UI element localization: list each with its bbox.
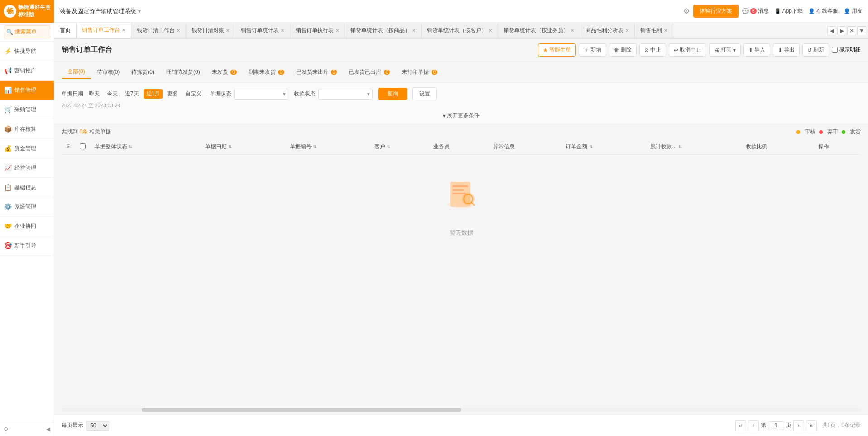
tab-home[interactable]: 首页 — [54, 23, 77, 38]
collapse-icon[interactable]: ◀ — [46, 426, 50, 432]
tab-close-all-button[interactable]: ✕ — [847, 26, 856, 35]
table-area: 共找到 0条 相关单据 审核 弃审 发货 ⠿ — [54, 124, 868, 414]
tab-prev-button[interactable]: ◀ — [827, 26, 836, 35]
filter-tab-not-printed[interactable]: 未打印单据 0 — [396, 66, 443, 79]
tab-sales-stat[interactable]: 销售订单统计表 ✕ — [235, 23, 290, 38]
date-1month-btn[interactable]: 近1月 — [144, 89, 163, 99]
date-more-btn[interactable]: 更多 — [164, 89, 181, 99]
tab-close-sales-stat3[interactable]: ✕ — [489, 28, 492, 33]
page-first-button[interactable]: « — [735, 420, 746, 431]
shipped-out-badge: 0 — [384, 70, 390, 75]
tab-close-sales-exec[interactable]: ✕ — [336, 28, 339, 33]
scrollbar-track[interactable] — [62, 408, 861, 412]
solution-button[interactable]: 体验行业方案 — [693, 5, 739, 18]
sort-amount-icon[interactable]: ⇅ — [589, 144, 593, 149]
delete-button[interactable]: 🗑 删除 — [609, 43, 637, 57]
tab-close-cash-reconcile[interactable]: ✕ — [226, 28, 230, 33]
scrollbar-thumb[interactable] — [142, 408, 461, 412]
show-detail-checkbox-label[interactable]: 显示明细 — [832, 46, 861, 54]
settings-gear-icon[interactable]: ⚙ — [683, 7, 690, 15]
tab-expand-button[interactable]: ▼ — [857, 26, 866, 35]
refresh-button[interactable]: ↺ 刷新 — [802, 43, 829, 57]
sidebar-item-guide[interactable]: 🎯 新手引导 — [0, 236, 54, 256]
sort-customer-icon[interactable]: ⇅ — [387, 144, 390, 149]
tab-gross-profit[interactable]: 商品毛利分析表 ✕ — [580, 23, 635, 38]
import-button[interactable]: ⬆ 导入 — [743, 43, 770, 57]
filter-tab-pending-review[interactable]: 待审核(0) — [91, 66, 126, 79]
tab-close-cash-daily[interactable]: ✕ — [177, 28, 180, 33]
filter-tab-shipped-not-out[interactable]: 已发货未出库 0 — [290, 66, 343, 79]
tab-next-button[interactable]: ▶ — [837, 26, 846, 35]
user-button[interactable]: 👤 用友 — [844, 7, 863, 15]
tab-sales-stat3[interactable]: 销货单统计表（按客户） ✕ — [422, 23, 498, 38]
filter-tab-pending-inspect[interactable]: 待拣货(0) — [125, 66, 160, 79]
set-button[interactable]: 设置 — [412, 87, 437, 100]
page-size-select[interactable]: 50 100 200 — [86, 421, 109, 431]
tab-sales-stat2[interactable]: 销货单统计表（按商品） ✕ — [345, 23, 422, 38]
page-prev-button[interactable]: ‹ — [748, 420, 759, 431]
date-yesterday-btn[interactable]: 昨天 — [86, 89, 102, 99]
stop-button[interactable]: ⊘ 中止 — [639, 43, 666, 57]
sidebar-item-sales[interactable]: 📊 销售管理 — [0, 81, 54, 100]
total-label: 共0页，0条记录 — [822, 422, 861, 429]
online-service-button[interactable]: 👤 在线客服 — [808, 7, 838, 15]
tab-close-sales-stat2[interactable]: ✕ — [412, 28, 416, 33]
sidebar-item-corp[interactable]: 🤝 企业协同 — [0, 217, 54, 236]
query-button[interactable]: 查询 — [378, 88, 407, 100]
search-menu-button[interactable]: 🔍 搜索菜单 — [4, 25, 50, 38]
tab-close-sales-stat4[interactable]: ✕ — [571, 28, 574, 33]
sidebar-item-quick[interactable]: ⚡ 快捷导航 — [0, 42, 54, 61]
tab-close-sales-profit[interactable]: ✕ — [664, 28, 667, 33]
tab-sales-stat4[interactable]: 销货单统计表（按业务员） ✕ — [498, 23, 580, 38]
smart-order-button[interactable]: ★ 智能生单 — [538, 43, 576, 57]
cancel-review-action-btn[interactable]: 弃审 — [827, 128, 838, 136]
date-custom-btn[interactable]: 自定义 — [182, 89, 204, 99]
filter-tab-wangpu[interactable]: 旺铺待发货(0) — [160, 66, 206, 79]
sidebar-item-operation[interactable]: 📈 经营管理 — [0, 158, 54, 178]
sidebar-item-system[interactable]: ⚙️ 系统管理 — [0, 197, 54, 217]
export-button[interactable]: ⬇ 导出 — [773, 43, 800, 57]
cancel-stop-button[interactable]: ↩ 取消中止 — [669, 43, 706, 57]
tab-cash-reconcile[interactable]: 钱货日清对账 ✕ — [186, 23, 235, 38]
sort-collected-icon[interactable]: ⇅ — [678, 144, 682, 149]
filter-tab-expired[interactable]: 到期未发货 0 — [243, 66, 290, 79]
ship-action-btn[interactable]: 发货 — [850, 128, 861, 136]
phone-icon: 📱 — [774, 8, 781, 14]
tab-sales-workbench[interactable]: 销售订单工作台 ✕ — [77, 23, 131, 38]
message-button[interactable]: 💬 6 消息 — [742, 7, 769, 15]
filter-tab-shipped-out[interactable]: 已发货已出库 0 — [343, 66, 396, 79]
tab-sales-profit[interactable]: 销售毛利 ✕ — [635, 23, 673, 38]
print-button[interactable]: 🖨 打印 ▾ — [709, 43, 741, 57]
tab-cash-daily[interactable]: 钱货日清工作台 ✕ — [131, 23, 186, 38]
page-next-button[interactable]: › — [793, 420, 804, 431]
dropdown-icon[interactable]: ▾ — [138, 8, 141, 14]
review-action-btn[interactable]: 审核 — [805, 128, 815, 136]
tab-sales-exec[interactable]: 销售订单执行表 ✕ — [290, 23, 345, 38]
sidebar-item-inventory[interactable]: 📦 库存核算 — [0, 119, 54, 139]
page-last-button[interactable]: » — [806, 420, 817, 431]
sort-date-icon[interactable]: ⇅ — [228, 144, 232, 149]
date-7days-btn[interactable]: 近7天 — [122, 89, 142, 99]
select-all-checkbox[interactable] — [80, 143, 86, 149]
tab-close-gross-profit[interactable]: ✕ — [625, 28, 629, 33]
add-button[interactable]: ＋ 新增 — [579, 43, 606, 57]
sidebar-item-basic[interactable]: 📋 基础信息 — [0, 178, 54, 197]
sidebar-item-purchase[interactable]: 🛒 采购管理 — [0, 100, 54, 119]
payment-select[interactable] — [318, 89, 373, 100]
date-today-btn[interactable]: 今天 — [104, 89, 120, 99]
sidebar-item-marketing[interactable]: 📢 营销推广 — [0, 61, 54, 81]
show-detail-checkbox[interactable] — [832, 47, 838, 53]
sort-status-icon[interactable]: ⇅ — [129, 144, 132, 149]
horizontal-scrollbar[interactable] — [62, 405, 861, 414]
sort-number-icon[interactable]: ⇅ — [313, 144, 317, 149]
app-download-button[interactable]: 📱 App下载 — [774, 7, 803, 15]
filter-tab-all[interactable]: 全部(0) — [62, 65, 91, 79]
page-input[interactable] — [768, 421, 784, 430]
tab-close-sales-workbench[interactable]: ✕ — [122, 28, 125, 33]
tab-close-sales-stat[interactable]: ✕ — [281, 28, 284, 33]
filter-tab-not-shipped[interactable]: 未发货 0 — [206, 66, 243, 79]
sidebar-item-finance[interactable]: 💰 资金管理 — [0, 139, 54, 158]
expand-conditions-button[interactable]: ▾ 展开更多条件 — [443, 112, 480, 119]
settings-icon[interactable]: ⚙ — [4, 426, 9, 432]
status-select[interactable] — [234, 89, 288, 100]
